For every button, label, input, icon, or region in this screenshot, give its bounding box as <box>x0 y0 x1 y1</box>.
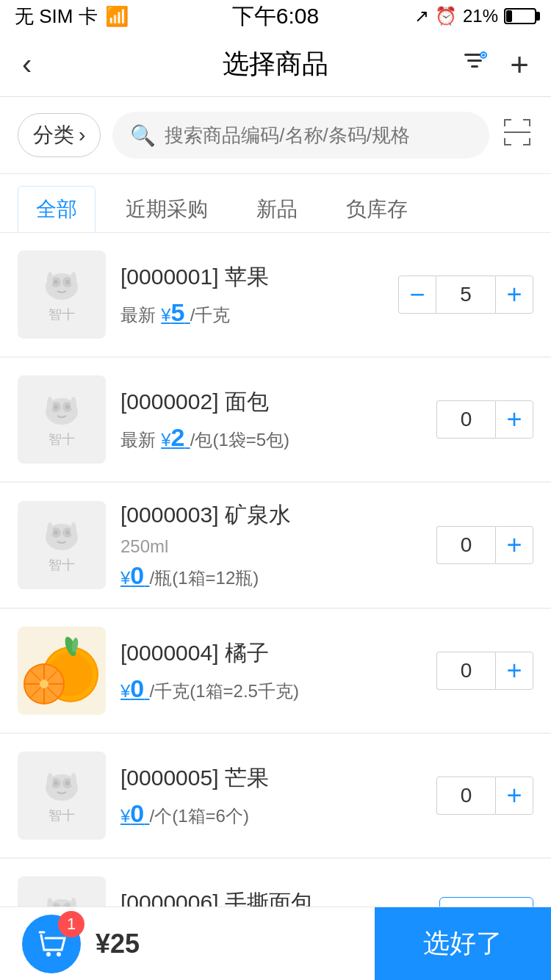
increment-button-2[interactable]: + <box>495 400 533 439</box>
cart-badge: 1 <box>58 911 84 937</box>
svg-point-54 <box>71 773 76 788</box>
nav-right-actions: + <box>461 46 529 83</box>
tab-new[interactable]: 新品 <box>238 186 316 232</box>
back-button[interactable]: ‹ <box>22 48 32 81</box>
product-spec-3: 250ml <box>120 536 422 557</box>
svg-point-51 <box>54 781 58 785</box>
svg-point-4 <box>482 54 485 57</box>
wifi-icon: 📶 <box>105 5 129 28</box>
svg-point-25 <box>65 405 70 409</box>
category-button[interactable]: 分类 › <box>18 113 101 157</box>
svg-point-18 <box>65 280 70 284</box>
increment-button-1[interactable]: + <box>495 275 533 314</box>
tab-recent[interactable]: 近期采购 <box>107 186 226 232</box>
brand-text: 智十 <box>48 807 75 824</box>
product-name-4: [0000004] 橘子 <box>120 638 422 669</box>
add-button[interactable]: + <box>510 46 529 83</box>
product-price-3: ¥0 /瓶(1箱=12瓶) <box>120 561 422 590</box>
product-info-5: [0000005] 芒果 ¥0 /个(1箱=6个) <box>120 763 422 828</box>
confirm-button[interactable]: 选好了 <box>375 907 551 980</box>
svg-point-20 <box>71 272 76 287</box>
product-info-1: [0000001] 苹果 最新 ¥5 /千克 <box>120 262 383 327</box>
product-image-2: 智十 <box>18 375 106 464</box>
product-list: 智十 [0000001] 苹果 最新 ¥5 /千克 − + <box>0 233 551 980</box>
carrier-text: 无 SIM 卡 <box>15 4 98 29</box>
owl-placeholder: 智十 <box>40 391 84 448</box>
status-bar: 无 SIM 卡 📶 下午6:08 ↗ ⏰ 21% <box>0 0 551 32</box>
list-item: [0000004] 橘子 ¥0 /千克(1箱=2.5千克) + <box>0 609 551 732</box>
product-info-3: [0000003] 矿泉水 250ml ¥0 /瓶(1箱=12瓶) <box>120 500 422 590</box>
brand-text: 智十 <box>48 430 75 448</box>
qty-input-4[interactable] <box>436 652 495 690</box>
status-left: 无 SIM 卡 📶 <box>15 4 129 29</box>
svg-point-19 <box>47 272 53 287</box>
svg-point-26 <box>47 397 53 411</box>
tab-negative[interactable]: 负库存 <box>328 186 426 232</box>
svg-point-17 <box>54 280 58 284</box>
owl-placeholder: 智十 <box>40 516 84 574</box>
scan-icon[interactable] <box>501 116 533 155</box>
product-name-5: [0000005] 芒果 <box>120 763 422 793</box>
svg-rect-2 <box>471 65 478 68</box>
search-bar[interactable]: 🔍 <box>112 112 489 159</box>
svg-point-45 <box>40 680 48 688</box>
increment-button-5[interactable]: + <box>495 777 533 815</box>
product-image-4 <box>18 627 106 715</box>
list-item: 智十 [0000001] 苹果 最新 ¥5 /千克 − + <box>0 233 551 356</box>
battery-icon <box>504 8 536 24</box>
status-right: ↗ ⏰ 21% <box>414 6 536 26</box>
product-price-4: ¥0 /千克(1箱=2.5千克) <box>120 674 422 703</box>
svg-rect-13 <box>504 131 530 133</box>
svg-point-27 <box>71 397 76 411</box>
product-price-5: ¥0 /个(1箱=6个) <box>120 799 422 828</box>
tabs-bar: 全部 近期采购 新品 负库存 <box>0 174 551 233</box>
page-title: 选择商品 <box>223 46 328 82</box>
svg-rect-6 <box>504 119 505 126</box>
product-price-1: 最新 ¥5 /千克 <box>120 298 383 327</box>
alarm-icon: ⏰ <box>435 6 457 26</box>
svg-point-33 <box>47 522 53 537</box>
svg-point-24 <box>54 405 58 409</box>
search-input[interactable] <box>165 124 472 147</box>
bottom-bar: 1 ¥25 选好了 <box>0 907 551 980</box>
filter-icon[interactable] <box>461 48 488 81</box>
product-price-2: 最新 ¥2 /包(1袋=5包) <box>120 423 422 452</box>
svg-rect-10 <box>504 138 505 145</box>
qty-control-4: + <box>436 652 533 690</box>
product-info-2: [0000002] 面包 最新 ¥2 /包(1袋=5包) <box>120 387 422 452</box>
svg-point-34 <box>71 522 76 537</box>
list-item: 智十 [0000005] 芒果 ¥0 /个(1箱=6个) + <box>0 734 551 857</box>
filter-bar: 分类 › 🔍 <box>0 97 551 174</box>
cart-section: 1 ¥25 <box>0 915 162 973</box>
increment-button-3[interactable]: + <box>495 526 533 564</box>
svg-point-64 <box>57 952 61 956</box>
list-item: 智十 [0000002] 面包 最新 ¥2 /包(1袋=5包) + <box>0 358 551 481</box>
owl-placeholder: 智十 <box>40 266 84 323</box>
qty-input-2[interactable] <box>436 400 495 439</box>
qty-control-5: + <box>436 777 533 815</box>
brand-text: 智十 <box>48 306 75 323</box>
qty-control-1: − + <box>398 275 533 314</box>
svg-point-53 <box>47 773 53 788</box>
svg-rect-1 <box>467 60 482 62</box>
svg-rect-8 <box>529 119 530 126</box>
battery-text: 21% <box>463 6 498 26</box>
product-name-2: [0000002] 面包 <box>120 387 422 417</box>
decrement-button-1[interactable]: − <box>398 275 436 314</box>
qty-input-5[interactable] <box>436 777 495 815</box>
search-icon: 🔍 <box>130 123 156 148</box>
product-image-3: 智十 <box>18 501 106 589</box>
cart-icon[interactable]: 1 <box>22 915 81 973</box>
qty-control-2: + <box>436 400 533 439</box>
svg-point-52 <box>65 781 70 785</box>
increment-button-4[interactable]: + <box>495 652 533 690</box>
product-name-1: [0000001] 苹果 <box>120 262 383 292</box>
svg-rect-12 <box>529 138 530 145</box>
tab-all[interactable]: 全部 <box>18 186 96 232</box>
qty-input-1[interactable] <box>436 275 495 314</box>
product-image-1: 智十 <box>18 251 106 339</box>
svg-point-63 <box>46 952 51 956</box>
list-item: 智十 [0000003] 矿泉水 250ml ¥0 /瓶(1箱=12瓶) + <box>0 483 551 608</box>
owl-placeholder: 智十 <box>40 767 84 824</box>
qty-input-3[interactable] <box>436 526 495 564</box>
